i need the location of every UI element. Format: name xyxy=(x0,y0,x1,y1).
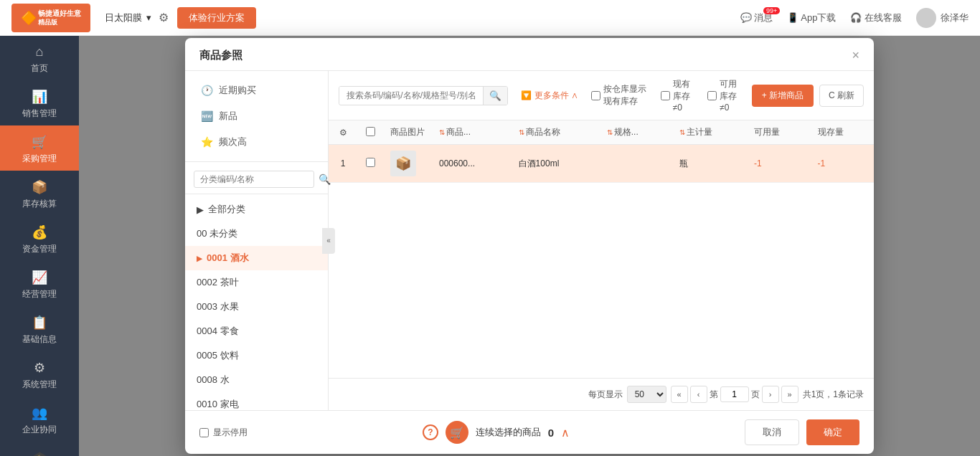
col-settings[interactable]: ⚙ xyxy=(329,120,357,145)
col-code-header[interactable]: ⇅商品... xyxy=(432,120,512,145)
sidebar-item-inventory[interactable]: 📦 库存核算 xyxy=(0,171,79,216)
sidebar-item-purchase[interactable]: 🛒 采购管理 xyxy=(0,125,79,171)
row-spec xyxy=(600,145,672,183)
cart-collapse-button[interactable]: ∧ xyxy=(561,426,570,440)
category-0003[interactable]: 0003 水果 xyxy=(185,295,328,319)
row-stock: -1 xyxy=(811,145,874,183)
page-number-input[interactable] xyxy=(720,386,749,402)
product-table: ⚙ 商品图片 ⇅商品... xyxy=(329,120,874,183)
product-search-box: 🔍 xyxy=(339,86,508,105)
user-info[interactable]: 徐泽华 xyxy=(916,8,969,28)
checkbox-warehouse-input[interactable] xyxy=(591,91,600,100)
download-icon: 📱 xyxy=(787,12,798,23)
main-layout: ⌂ 首页 📊 销售管理 🛒 采购管理 📦 库存核算 💰 资金管理 📈 经营管理 … xyxy=(0,36,980,456)
sidebar-item-system[interactable]: ⚙ 系统管理 xyxy=(0,351,79,396)
show-disabled-area: 显示停用 xyxy=(199,427,248,439)
app-download-link[interactable]: 📱 App下载 xyxy=(787,11,836,24)
sidebar-item-enterprise[interactable]: 👥 企业协同 xyxy=(0,396,79,442)
cancel-button[interactable]: 取消 xyxy=(745,419,799,445)
add-product-button[interactable]: + 新增商品 xyxy=(752,85,814,107)
col-stock-header: 现存量 xyxy=(811,120,874,145)
col-unit-header[interactable]: ⇅主计量 xyxy=(672,120,747,145)
more-filter-button[interactable]: 🔽 更多条件 ∧ xyxy=(515,87,584,105)
modal-overlay: 商品参照 × 🕐 近期购买 🆕 xyxy=(79,36,980,456)
divider xyxy=(185,161,328,162)
notification-area[interactable]: 💬 消息 99+ xyxy=(740,11,773,24)
purchase-icon: 🛒 xyxy=(32,134,47,150)
sidebar-item-operations[interactable]: 📈 经营管理 xyxy=(0,261,79,306)
col-spec-header[interactable]: ⇅规格... xyxy=(600,120,672,145)
home-icon: ⌂ xyxy=(36,44,44,60)
row-no: 1 xyxy=(329,145,357,183)
sort-icon-name: ⇅ xyxy=(519,128,524,136)
headphone-icon: 🎧 xyxy=(850,12,862,23)
category-00[interactable]: 00 未分类 xyxy=(185,222,328,246)
show-disabled-checkbox[interactable] xyxy=(199,428,209,437)
sales-icon: 📊 xyxy=(32,89,47,105)
cat-arrow-icon: ▶ xyxy=(197,255,202,262)
category-0005[interactable]: 0005 饮料 xyxy=(185,343,328,368)
sidebar-item-basic-info[interactable]: 📋 基础信息 xyxy=(0,306,79,351)
help-icon-button[interactable]: ? xyxy=(423,424,438,440)
show-disabled-label: 显示停用 xyxy=(213,427,248,439)
collapse-button[interactable]: « xyxy=(322,228,335,254)
checkbox-stock-input[interactable] xyxy=(661,91,670,100)
modal-close-button[interactable]: × xyxy=(852,48,859,63)
sidebar-item-sales[interactable]: 📊 销售管理 xyxy=(0,80,79,125)
category-search-input[interactable] xyxy=(194,171,314,188)
category-0004[interactable]: 0004 零食 xyxy=(185,319,328,343)
topbar-right: 💬 消息 99+ 📱 App下载 🎧 在线客服 徐泽华 xyxy=(740,8,969,28)
trial-button[interactable]: 体验行业方案 xyxy=(177,7,256,29)
category-0010[interactable]: 0010 家电 xyxy=(185,392,328,410)
category-all[interactable]: ▶ 全部分类 xyxy=(185,197,328,222)
gear-icon[interactable]: ⚙ xyxy=(159,11,169,24)
cart-count: 0 xyxy=(548,427,554,439)
search-button[interactable]: 🔍 xyxy=(483,87,507,105)
new-icon: 🆕 xyxy=(201,110,213,122)
modal-body: 🕐 近期购买 🆕 新品 ⭐ 频次高 xyxy=(185,71,874,410)
high-frequency-item[interactable]: ⭐ 频次高 xyxy=(194,130,319,154)
table-row[interactable]: 1 📦 000600... 白酒100ml xyxy=(329,145,874,183)
cart-label: 连续选择的商品 xyxy=(476,426,541,439)
refresh-button[interactable]: C 刷新 xyxy=(819,85,864,107)
checkbox-available-input[interactable] xyxy=(707,91,717,100)
sidebar-item-home[interactable]: ⌂ 首页 xyxy=(0,36,79,80)
online-service-link[interactable]: 🎧 在线客服 xyxy=(850,11,902,24)
page-size-select[interactable]: 50 20 100 xyxy=(627,386,666,403)
pagination-bar: 每页显示 50 20 100 « ‹ 第 页 xyxy=(329,378,874,410)
category-0008[interactable]: 0008 水 xyxy=(185,368,328,392)
search-toolbar: 🔍 🔽 更多条件 ∧ 按仓库显示现有库存 xyxy=(329,71,874,120)
category-search: 🔍 xyxy=(185,165,328,194)
finance-icon: 💰 xyxy=(32,224,47,240)
prev-page-button[interactable]: ‹ xyxy=(690,386,707,403)
row-checkbox-input[interactable] xyxy=(366,158,375,167)
left-panel: 🕐 近期购买 🆕 新品 ⭐ 频次高 xyxy=(185,71,329,410)
checkbox-current-stock[interactable]: 现有库存≠0 xyxy=(661,78,698,113)
select-all-checkbox[interactable] xyxy=(366,127,375,136)
category-0001[interactable]: ▶ 0001 酒水 xyxy=(185,246,328,270)
footer-center-area: ? 🛒 连续选择的商品 0 ∧ xyxy=(256,421,736,444)
row-checkbox[interactable] xyxy=(357,145,383,183)
right-panel: 🔍 🔽 更多条件 ∧ 按仓库显示现有库存 xyxy=(329,71,874,410)
category-list: ▶ 全部分类 00 未分类 ▶ 0001 酒水 0002 茶 xyxy=(185,194,328,410)
last-page-button[interactable]: » xyxy=(781,386,798,403)
total-info: 共1页，1条记录 xyxy=(803,389,864,401)
first-page-button[interactable]: « xyxy=(671,386,688,403)
new-products-item[interactable]: 🆕 新品 xyxy=(194,104,319,128)
cart-icon-button[interactable]: 🛒 xyxy=(446,421,468,444)
confirm-button[interactable]: 确定 xyxy=(806,419,859,445)
recent-buy-item[interactable]: 🕐 近期购买 xyxy=(194,78,319,103)
col-name-header[interactable]: ⇅商品名称 xyxy=(512,120,600,145)
next-page-button[interactable]: › xyxy=(762,386,779,403)
sidebar-item-guide[interactable]: 🎓 新手引导 xyxy=(0,442,79,456)
checkbox-available-stock[interactable]: 可用库存≠0 xyxy=(707,78,745,113)
page-unit-label: 页 xyxy=(751,389,760,401)
checkbox-warehouse-stock[interactable]: 按仓库显示现有库存 xyxy=(591,83,650,108)
notification-badge: 99+ xyxy=(763,7,780,14)
sidebar-item-finance[interactable]: 💰 资金管理 xyxy=(0,216,79,261)
row-available: -1 xyxy=(747,145,810,183)
product-search-input[interactable] xyxy=(339,87,483,104)
category-0002[interactable]: 0002 茶叶 xyxy=(185,270,328,295)
sort-icon-unit: ⇅ xyxy=(679,128,685,136)
company-selector[interactable]: 日太阳膜 ▾ xyxy=(105,11,151,24)
